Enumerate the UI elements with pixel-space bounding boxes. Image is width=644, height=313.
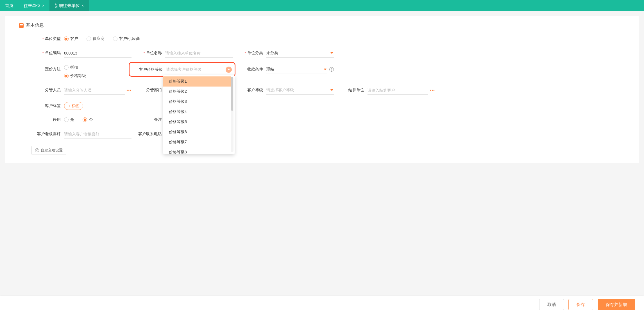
tab-add[interactable]: 新增往来单位×	[49, 0, 89, 11]
receipt-cond-select[interactable]: 现结	[266, 65, 327, 74]
label-boss-pref: 客户老板喜好	[30, 131, 64, 137]
plus-icon: +	[68, 104, 71, 108]
cancel-button[interactable]: 取消	[539, 299, 564, 310]
label-pricing: 定价方法	[30, 65, 64, 72]
close-icon[interactable]: ×	[42, 3, 44, 8]
close-icon[interactable]: ×	[81, 3, 84, 8]
form-panel: 基本信息 *单位类型 客户 供应商 客户/供应商 *单位编码	[5, 16, 639, 163]
chevron-down-icon	[324, 69, 326, 70]
scrollbar-thumb[interactable]	[231, 77, 233, 111]
chevron-up-icon	[226, 67, 232, 73]
radio-type-customer[interactable]: 客户	[64, 36, 78, 41]
chevron-down-icon	[330, 52, 333, 54]
scrollbar[interactable]	[231, 77, 233, 152]
receipt-cond-value: 现结	[266, 67, 274, 72]
label-manager-dept: 分管部门	[131, 88, 165, 93]
price-level-placeholder: 请选择客户价格等级	[166, 67, 201, 72]
label-cust-tags: 客户标签	[30, 103, 64, 108]
footer-actions: 取消 保存 保存并新增	[0, 296, 644, 313]
label-unit-cat: *单位分类	[233, 51, 266, 56]
cust-level-select[interactable]: 请选择客户等级	[266, 86, 334, 95]
price-level-option[interactable]: 价格等级2	[163, 87, 231, 97]
section-title-text: 基本信息	[26, 22, 44, 28]
price-level-select[interactable]: 请选择客户价格等级	[166, 65, 232, 74]
price-level-option[interactable]: 价格等级6	[163, 127, 231, 137]
form-icon	[19, 23, 24, 28]
tab-list[interactable]: 往来单位×	[19, 0, 49, 11]
more-icon[interactable]: •••	[126, 88, 131, 92]
unit-cat-value: 未分类	[266, 51, 278, 56]
tab-label: 首页	[5, 3, 13, 8]
tab-label: 新增往来单位	[55, 3, 80, 8]
radio-disabled-no[interactable]: 否	[83, 117, 93, 122]
label-unit-name: *单位名称	[131, 51, 165, 56]
label-settle-unit: 结算单位	[334, 88, 368, 93]
label-cust-level: 客户等级	[233, 88, 266, 93]
boss-pref-input[interactable]	[64, 130, 131, 139]
radio-pricing-level[interactable]: 价格等级	[64, 73, 86, 78]
page-body: 基本信息 *单位类型 客户 供应商 客户/供应商 *单位编码	[0, 11, 644, 313]
price-level-highlight: 客户价格等级 请选择客户价格等级 价格等级1 价格等级2	[129, 62, 235, 77]
label-receipt-cond: 收款条件	[233, 67, 266, 72]
form: *单位类型 客户 供应商 客户/供应商 *单位编码 *单位名称	[19, 36, 625, 155]
gear-icon	[35, 148, 39, 152]
save-and-new-button[interactable]: 保存并新增	[598, 299, 635, 310]
label-unit-type: *单位类型	[30, 36, 64, 41]
tab-bar: 首页 往来单位× 新增往来单位×	[0, 0, 644, 11]
radio-type-supplier[interactable]: 供应商	[87, 36, 105, 41]
label-cust-phone: 客户联系电话	[131, 131, 165, 137]
manager-person-input[interactable]	[64, 86, 125, 95]
price-level-option[interactable]: 价格等级1	[163, 76, 231, 87]
label-manager-person: 分管人员	[30, 88, 64, 93]
save-button[interactable]: 保存	[568, 299, 593, 310]
option-list: 价格等级1 价格等级2 价格等级3 价格等级4 价格等级5 价格等级6 价格等级…	[163, 75, 231, 154]
unit-code-input[interactable]	[64, 49, 131, 58]
cust-level-placeholder: 请选择客户等级	[266, 88, 294, 93]
radio-disabled-yes[interactable]: 是	[64, 117, 74, 122]
tab-home[interactable]: 首页	[0, 0, 19, 11]
radio-type-both[interactable]: 客户/供应商	[113, 36, 140, 41]
settle-unit-input[interactable]	[368, 86, 428, 95]
label-remark: 备注	[131, 117, 165, 122]
radio-pricing-discount[interactable]: 折扣	[64, 65, 78, 70]
price-level-option[interactable]: 价格等级5	[163, 117, 231, 127]
unit-cat-select[interactable]: 未分类	[266, 49, 334, 58]
chevron-down-icon	[330, 89, 333, 91]
help-icon[interactable]: ?	[329, 67, 334, 72]
more-icon[interactable]: •••	[430, 88, 435, 92]
price-level-dropdown: 价格等级1 价格等级2 价格等级3 价格等级4 价格等级5 价格等级6 价格等级…	[163, 75, 235, 154]
price-level-option[interactable]: 价格等级4	[163, 107, 231, 117]
price-level-option[interactable]: 价格等级7	[163, 137, 231, 147]
unit-name-input[interactable]	[165, 49, 233, 58]
label-unit-code: *单位编码	[30, 51, 64, 56]
add-tag-button[interactable]: +标签	[64, 102, 83, 110]
price-level-option[interactable]: 价格等级3	[163, 97, 231, 107]
label-disabled: 停用	[30, 117, 64, 122]
tab-label: 往来单位	[24, 3, 40, 8]
price-level-option[interactable]: 价格等级8	[163, 147, 231, 154]
custom-fields-button[interactable]: 自定义项设置	[31, 146, 66, 155]
label-price-level: 客户价格等级	[132, 67, 166, 72]
section-title: 基本信息	[19, 22, 625, 28]
